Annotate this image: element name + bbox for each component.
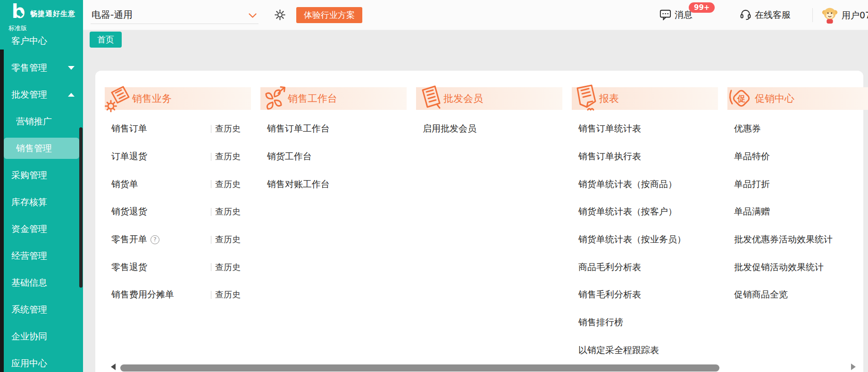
sidebar-item-basic-info[interactable]: 基础信息	[0, 269, 83, 296]
trial-industry-plan-button[interactable]: 体验行业方案	[296, 7, 362, 23]
sidebar-item-funds[interactable]: 资金管理	[0, 215, 83, 242]
menu-item-order-to-purchase-tracking[interactable]: 以销定采全程跟踪表	[578, 337, 727, 364]
menu-item-wholesale-coupon-stats[interactable]: 批发优惠券活动效果统计	[734, 226, 868, 254]
column-reports: 报表 销售订单统计表 销售订单执行表 销货单统计表（按商品） 销货单统计表（按客…	[572, 71, 727, 372]
sidebar: b 畅捷通好生意 标准版 客户中心 零售管理 批发管理 营销推广 销售管理 采购…	[0, 0, 83, 372]
promo-badge-icon: 促	[726, 83, 755, 113]
topbar-divider	[812, 8, 813, 22]
sidebar-item-customer-center[interactable]: 客户中心	[0, 27, 83, 54]
menu-item-sales-gross-profit[interactable]: 销售毛利分析表	[578, 281, 727, 309]
scroll-left-arrow-icon[interactable]	[111, 364, 116, 370]
headset-icon	[740, 8, 751, 22]
menu-item-single-discount[interactable]: 单品打折	[734, 170, 868, 198]
column-title: 报表	[599, 87, 619, 110]
support-label: 在线客服	[755, 9, 791, 21]
scroll-right-arrow-icon[interactable]	[851, 364, 856, 370]
messages-badge: 99+	[689, 2, 715, 13]
sidebar-item-marketing[interactable]: 营销推广	[0, 108, 83, 135]
brand-name: 畅捷通好生意	[30, 9, 75, 18]
member-notepad-icon	[415, 83, 443, 113]
menu-item-coupon[interactable]: 优惠券	[734, 115, 868, 143]
menu-item-sales-order-stats[interactable]: 销售订单统计表	[578, 115, 727, 143]
sidebar-item-inventory[interactable]: 库存核算	[0, 189, 83, 215]
tab-home[interactable]: 首页	[90, 32, 122, 48]
chevron-up-icon	[68, 93, 75, 97]
sidebar-item-operations[interactable]: 经营管理	[0, 242, 83, 269]
account-dropdown[interactable]: 电器-通用	[91, 6, 259, 24]
column-title: 批发会员	[443, 87, 483, 110]
sidebar-item-collaboration[interactable]: 企业协同	[0, 323, 83, 350]
sidebar-item-sales-management[interactable]: 销售管理	[0, 135, 83, 162]
menu-item-invoice-stats-by-customer[interactable]: 销货单统计表（按客户）	[578, 198, 727, 226]
logo-b-icon: b	[9, 2, 29, 24]
menu-item-sales-order-execution[interactable]: 销售订单执行表	[578, 143, 727, 171]
column-header: 报表	[572, 87, 718, 110]
svg-text:b: b	[12, 2, 25, 22]
horizontal-scrollbar-thumb[interactable]	[120, 364, 719, 372]
content-card: 销售业务 销售订单 查历史 订单退货 查历史 销货单 查历史 销货退货 查历史 …	[95, 71, 863, 372]
workbench-pinwheel-icon	[259, 83, 288, 113]
svg-text:促: 促	[737, 94, 745, 103]
topbar: 电器-通用 体验行业方案 消息 99+ 在线客服 用户07	[83, 0, 868, 30]
menu-item-invoice-stats-by-product[interactable]: 销货单统计表（按商品）	[578, 170, 727, 198]
menu-item-sales-ranking[interactable]: 销售排行榜	[578, 309, 727, 337]
view-history-link[interactable]: 查历史	[211, 253, 241, 281]
menu-item-single-gift[interactable]: 单品满赠	[734, 198, 868, 226]
settings-gear-icon[interactable]	[274, 8, 287, 22]
chevron-down-icon	[249, 11, 257, 20]
user-label[interactable]: 用户07	[842, 9, 868, 22]
column-sales-workbench: 销售工作台 销售订单工作台 销货工作台 销售对账工作台	[260, 71, 416, 372]
view-history-link[interactable]: 查历史	[211, 143, 241, 171]
column-wholesale-member: 批发会员 启用批发会员	[416, 71, 572, 372]
menu-item-product-gross-profit[interactable]: 商品毛利分析表	[578, 253, 727, 281]
menu-item-sales-invoice[interactable]: 销货单 查历史	[111, 170, 260, 198]
view-history-link[interactable]: 查历史	[211, 115, 241, 143]
menu-item-retail-return[interactable]: 零售退货 查历史	[111, 253, 260, 281]
column-title: 销售工作台	[288, 87, 337, 110]
menu-item-invoice-stats-by-salesperson[interactable]: 销货单统计表（按业务员）	[578, 226, 727, 254]
chevron-down-icon	[68, 66, 75, 70]
menu-item-promo-product-overview[interactable]: 促销商品全览	[734, 281, 868, 309]
sidebar-scrollbar-thumb[interactable]	[79, 127, 83, 288]
menu-item-reconciliation-workbench[interactable]: 销售对账工作台	[267, 170, 416, 198]
menu-item-retail-billing[interactable]: 零售开单? 查历史	[111, 226, 260, 254]
sidebar-item-purchasing[interactable]: 采购管理	[0, 162, 83, 189]
menu-item-invoice-workbench[interactable]: 销货工作台	[267, 143, 416, 171]
column-title: 促销中心	[755, 87, 794, 110]
column-promotion-center: 促 促销中心 优惠券 单品特价 单品打折 单品满赠 批发优惠券活动效果统计 批发…	[727, 71, 868, 372]
view-history-link[interactable]: 查历史	[211, 170, 241, 198]
menu-item-enable-wholesale-member[interactable]: 启用批发会员	[423, 115, 572, 143]
menu-item-wholesale-promo-stats[interactable]: 批发促销活动效果统计	[734, 253, 868, 281]
avatar[interactable]	[821, 6, 839, 24]
column-header: 销售业务	[105, 87, 251, 110]
menu-item-order-return[interactable]: 订单退货 查历史	[111, 143, 260, 171]
menu-item-sales-return[interactable]: 销货退货 查历史	[111, 198, 260, 226]
column-header: 销售工作台	[260, 87, 407, 110]
account-name: 电器-通用	[92, 8, 133, 21]
left-edge-strip	[0, 50, 4, 372]
view-history-link[interactable]: 查历史	[211, 281, 241, 309]
sales-clipboard-gear-icon	[104, 83, 132, 113]
report-sheet-icon	[571, 83, 599, 113]
sidebar-item-system[interactable]: 系统管理	[0, 296, 83, 323]
sidebar-menu: 客户中心 零售管理 批发管理 营销推广 销售管理 采购管理 库存核算 资金管理 …	[0, 27, 83, 372]
sidebar-item-app-center[interactable]: 应用中心	[0, 350, 83, 372]
menu-item-sales-order-workbench[interactable]: 销售订单工作台	[267, 115, 416, 143]
content-area: 首页 销售业务 销售订单 查历史 订单退货 查历史	[83, 30, 868, 372]
message-bubble-icon	[659, 8, 671, 22]
messages-button[interactable]: 消息	[659, 0, 693, 30]
menu-item-single-special-price[interactable]: 单品特价	[734, 143, 868, 171]
help-icon[interactable]: ?	[150, 235, 159, 244]
menu-item-sales-expense-allocation[interactable]: 销售费用分摊单 查历史	[111, 281, 260, 309]
view-history-link[interactable]: 查历史	[211, 198, 241, 226]
column-header: 促 促销中心	[727, 87, 868, 110]
online-support-button[interactable]: 在线客服	[740, 0, 791, 30]
column-header: 批发会员	[416, 87, 562, 110]
menu-item-sales-order[interactable]: 销售订单 查历史	[111, 115, 260, 143]
sidebar-item-wholesale[interactable]: 批发管理	[0, 81, 83, 108]
column-title: 销售业务	[132, 87, 172, 110]
sidebar-item-retail[interactable]: 零售管理	[0, 54, 83, 81]
view-history-link[interactable]: 查历史	[211, 226, 241, 254]
column-sales-business: 销售业务 销售订单 查历史 订单退货 查历史 销货单 查历史 销货退货 查历史 …	[105, 71, 260, 372]
